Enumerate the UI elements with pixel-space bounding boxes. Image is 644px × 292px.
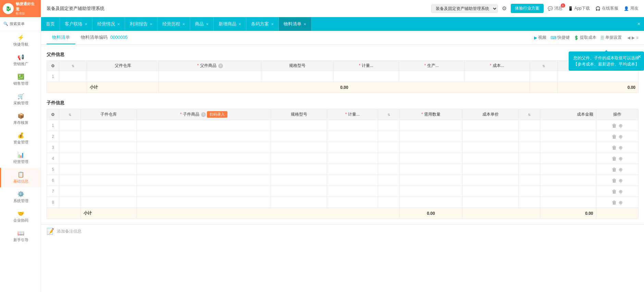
child-unitcost-6[interactable]: [462, 175, 519, 186]
sidebar-item-basic-info[interactable]: 📋 基础信息: [0, 168, 41, 187]
parent-unit-1[interactable]: [333, 71, 399, 82]
search-menu-button[interactable]: 🔍 搜索菜单: [2, 20, 39, 28]
parent-cost-1[interactable]: [464, 71, 530, 82]
child-product-4[interactable]: [137, 153, 271, 164]
child-spec-3[interactable]: [271, 142, 327, 153]
child-unit-3[interactable]: [327, 142, 378, 153]
child-unit-1[interactable]: [327, 120, 378, 131]
tab-barcode[interactable]: 条码方案 ✕: [246, 17, 279, 31]
child-qty-4[interactable]: [399, 153, 462, 164]
child-product-7[interactable]: [137, 186, 271, 197]
delete-row-icon-5[interactable]: 🗑: [612, 167, 617, 172]
close-all-tabs[interactable]: ✕: [634, 17, 644, 31]
message-action[interactable]: 💬 消息 6: [548, 5, 562, 11]
child-warehouse-2[interactable]: [80, 131, 137, 142]
child-product-5[interactable]: [137, 164, 271, 175]
child-qty-5[interactable]: [399, 164, 462, 175]
sidebar-item-enterprise[interactable]: 🤝 企业协同: [0, 207, 41, 226]
tab-operations[interactable]: 经营情况 ✕: [92, 17, 125, 31]
child-unit-8[interactable]: [327, 197, 378, 208]
trial-button[interactable]: 体验行业方案: [511, 4, 544, 13]
child-spec-8[interactable]: [271, 197, 327, 208]
add-note-icon[interactable]: 📝: [47, 227, 54, 235]
parent-product-1[interactable]: [159, 71, 261, 82]
child-qty-2[interactable]: [399, 131, 462, 142]
online-service-action[interactable]: 🎧 在线客服: [595, 5, 618, 11]
child-unit-7[interactable]: [327, 186, 378, 197]
tab-barcode-close[interactable]: ✕: [271, 22, 274, 26]
child-spec-7[interactable]: [271, 186, 327, 197]
sidebar-item-quick-nav[interactable]: ⚡ 快捷导航: [0, 31, 41, 50]
tab-history-close[interactable]: ✕: [182, 22, 185, 26]
sub-tab-bom-code[interactable]: 物料清单编码 0000005: [75, 31, 133, 44]
child-qty-7[interactable]: [399, 186, 462, 197]
tab-customer[interactable]: 客户联络 ✕: [60, 17, 92, 31]
app-download-action[interactable]: 📱 App下载: [568, 5, 590, 11]
view-action[interactable]: ▶ 视频: [534, 35, 546, 40]
child-warehouse-4[interactable]: [80, 153, 137, 164]
child-qty-8[interactable]: [399, 197, 462, 208]
delete-row-icon-1[interactable]: 🗑: [612, 123, 617, 128]
parent-produce-1[interactable]: [399, 71, 464, 82]
cost-action[interactable]: 💲 提取成本: [574, 35, 596, 40]
delete-row-icon-7[interactable]: 🗑: [612, 189, 617, 194]
sidebar-item-purchase[interactable]: 🛒 采购管理: [0, 90, 41, 109]
child-warehouse-5[interactable]: [80, 164, 137, 175]
delete-row-icon-3[interactable]: 🗑: [612, 145, 617, 150]
child-unitcost-2[interactable]: [462, 131, 519, 142]
child-unitcost-4[interactable]: [462, 153, 519, 164]
scan-input-button[interactable]: 扫码录入: [207, 111, 227, 118]
settings-button[interactable]: ⚙: [502, 5, 507, 12]
child-unitcost-5[interactable]: [462, 164, 519, 175]
delete-row-icon-2[interactable]: 🗑: [612, 134, 617, 139]
delete-row-icon-8[interactable]: 🗑: [612, 200, 617, 205]
sidebar-search[interactable]: 🔍 搜索菜单: [0, 17, 41, 31]
sub-tab-bom-list[interactable]: 物料清单: [47, 31, 75, 44]
add-note-text[interactable]: 添加备注信息: [57, 229, 82, 234]
child-qty-1[interactable]: [399, 120, 462, 131]
sidebar-item-finance[interactable]: 💰 资金管理: [0, 129, 41, 148]
child-unit-5[interactable]: [327, 164, 378, 175]
sidebar-item-operations[interactable]: 📊 经营管理: [0, 148, 41, 168]
sidebar-item-system[interactable]: ⚙️ 系统管理: [0, 187, 41, 207]
delete-row-icon-4[interactable]: 🗑: [612, 156, 617, 161]
tab-product-close[interactable]: ✕: [206, 22, 209, 26]
child-product-3[interactable]: [137, 142, 271, 153]
sidebar-item-marketing[interactable]: 📢 营销推广: [0, 50, 41, 70]
tab-operations-close[interactable]: ✕: [117, 22, 120, 26]
tab-profit[interactable]: 利润报告 ✕: [125, 17, 158, 31]
copy-row-icon-2[interactable]: ⊕: [619, 134, 623, 139]
child-product-6[interactable]: [137, 175, 271, 186]
sidebar-item-sales[interactable]: 💹 销售管理: [0, 70, 41, 90]
shortcut-action[interactable]: ⌨ 快捷键: [550, 35, 570, 40]
child-spec-5[interactable]: [271, 164, 327, 175]
product-info-icon[interactable]: ?: [218, 63, 223, 68]
copy-row-icon-5[interactable]: ⊕: [619, 167, 623, 172]
copy-row-icon-3[interactable]: ⊕: [619, 145, 623, 150]
copy-row-icon-4[interactable]: ⊕: [619, 156, 623, 161]
child-spec-1[interactable]: [271, 120, 327, 131]
tooltip-close-button[interactable]: ✕: [638, 54, 641, 60]
child-product-info-icon[interactable]: ?: [201, 112, 206, 117]
list-view-icon[interactable]: ≡: [636, 35, 639, 40]
tab-new-product[interactable]: 新增商品 ✕: [214, 17, 246, 31]
copy-row-icon-8[interactable]: ⊕: [619, 200, 623, 205]
delete-row-icon-6[interactable]: 🗑: [612, 178, 617, 183]
tab-bom-close[interactable]: ✕: [304, 22, 306, 26]
tab-product[interactable]: 商品 ✕: [190, 17, 214, 31]
prev-arrow[interactable]: ◀: [627, 35, 630, 40]
child-unitcost-7[interactable]: [462, 186, 519, 197]
tab-new-product-close[interactable]: ✕: [238, 22, 241, 26]
parent-warehouse-1[interactable]: [87, 71, 159, 82]
tab-history[interactable]: 经营历程 ✕: [158, 17, 190, 31]
tab-bom[interactable]: 物料清单 ✕: [279, 17, 311, 31]
child-spec-4[interactable]: [271, 153, 327, 164]
child-warehouse-3[interactable]: [80, 142, 137, 153]
copy-row-icon-7[interactable]: ⊕: [619, 189, 623, 194]
copy-row-icon-6[interactable]: ⊕: [619, 178, 623, 183]
child-unit-2[interactable]: [327, 131, 378, 142]
child-warehouse-7[interactable]: [80, 186, 137, 197]
child-warehouse-8[interactable]: [80, 197, 137, 208]
sidebar-item-inventory[interactable]: 📦 库存核算: [0, 109, 41, 129]
child-spec-2[interactable]: [271, 131, 327, 142]
